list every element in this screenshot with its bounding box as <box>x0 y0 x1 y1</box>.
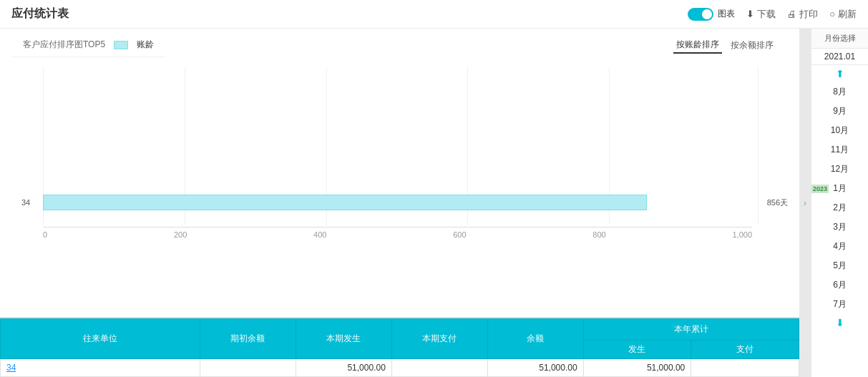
nav-up-button[interactable]: ⬆ <box>811 65 868 82</box>
sidebar-header: 月份选择 <box>811 29 868 49</box>
month-item-11[interactable]: 11月 <box>811 140 868 160</box>
table-row: 34 51,000.00 51,000.00 51,000.00 <box>1 359 799 377</box>
chart-area: 34 856天 0 200 400 600 800 1,000 <box>0 60 799 317</box>
x-tick-400: 400 <box>313 230 326 239</box>
month-item-6[interactable]: 6月 <box>811 275 868 295</box>
sort-by-balance-button[interactable]: 按余额排序 <box>728 38 776 53</box>
occurrence-cell: 51,000.00 <box>296 359 391 377</box>
refresh-icon: ○ <box>829 9 835 19</box>
unit-link[interactable]: 34 <box>6 363 16 373</box>
bar-end-label: 856天 <box>767 197 788 208</box>
print-button[interactable]: 🖨 打印 <box>787 8 818 21</box>
bar-chart: 34 856天 0 200 400 600 800 1,000 <box>43 67 788 239</box>
month-item-5[interactable]: 5月 <box>811 256 868 275</box>
chart-label: 图表 <box>718 8 735 20</box>
col-opening-header: 期初余额 <box>200 319 296 359</box>
page-title: 应付统计表 <box>11 6 69 21</box>
chevron-down-icon: ⬇ <box>836 317 844 328</box>
x-tick-800: 800 <box>593 230 605 239</box>
col-ytd-payment-header: 支付 <box>691 341 799 359</box>
data-table: 往来单位 期初余额 本期发生 本期支付 余额 本年累计 发生 支付 <box>0 318 799 377</box>
chevron-right-icon: › <box>804 198 806 208</box>
download-button[interactable]: ⬇ 下载 <box>746 8 776 21</box>
refresh-button[interactable]: ○ 刷新 <box>829 8 857 21</box>
download-label: 下载 <box>757 8 776 21</box>
month-item-3[interactable]: 3月 <box>811 217 868 237</box>
month-item-8[interactable]: 8月 <box>811 82 868 102</box>
toggle-thumb <box>702 9 712 19</box>
col-payment-header: 本期支付 <box>391 319 487 359</box>
year-input[interactable] <box>811 49 868 65</box>
chevron-up-icon: ⬆ <box>836 68 844 79</box>
bar-y-label: 34 <box>21 198 30 207</box>
opening-balance-cell <box>200 359 296 377</box>
col-balance-header: 余额 <box>487 319 583 359</box>
table-header: 往来单位 期初余额 本期发生 本期支付 余额 本年累计 <box>1 319 799 341</box>
header-actions: 图表 ⬇ 下载 🖨 打印 ○ 刷新 <box>688 8 857 21</box>
legend-color-label: 账龄 <box>137 39 154 51</box>
download-icon: ⬇ <box>746 9 754 19</box>
month-item-4[interactable]: 4月 <box>811 237 868 256</box>
table-section: 往来单位 期初余额 本期发生 本期支付 余额 本年累计 发生 支付 <box>0 317 799 377</box>
ytd-occurrence-cell: 51,000.00 <box>583 359 691 377</box>
print-icon: 🖨 <box>787 9 796 19</box>
x-tick-200: 200 <box>174 230 187 239</box>
col-ytd-occurrence-header: 发生 <box>583 341 691 359</box>
month-item-10[interactable]: 10月 <box>811 121 868 140</box>
chart-legend: 客户应付排序图TOP5 账龄 <box>11 33 165 57</box>
col-occurrence-header: 本期发生 <box>296 319 391 359</box>
month-selector-sidebar: 月份选择 ⬆ 8月 9月 10月 11月 12月 2023 1月 2月 3月 4… <box>811 29 868 377</box>
legend-color <box>114 41 128 49</box>
x-tick-1000: 1,000 <box>732 230 752 239</box>
col-ytd-header: 本年累计 <box>583 319 799 341</box>
month-item-2[interactable]: 2月 <box>811 198 868 217</box>
sidebar-toggle-button[interactable]: › <box>799 29 811 377</box>
print-label: 打印 <box>799 8 818 21</box>
refresh-label: 刷新 <box>838 8 857 21</box>
year-marker: 2023 <box>811 185 829 193</box>
month-item-1[interactable]: 2023 1月 <box>811 179 868 198</box>
unit-cell: 34 <box>1 359 200 377</box>
x-tick-600: 600 <box>453 230 466 239</box>
legend-title: 客户应付排序图TOP5 <box>23 39 105 51</box>
balance-cell: 51,000.00 <box>487 359 583 377</box>
toggle-track[interactable] <box>688 8 713 21</box>
month-item-9[interactable]: 9月 <box>811 102 868 121</box>
ytd-payment-cell <box>691 359 799 377</box>
col-unit-header: 往来单位 <box>1 319 200 359</box>
month-item-12[interactable]: 12月 <box>811 160 868 179</box>
nav-down-button[interactable]: ⬇ <box>811 314 868 331</box>
payment-cell <box>391 359 487 377</box>
sort-by-amount-button[interactable]: 按账龄排序 <box>673 37 722 54</box>
month-item-7[interactable]: 7月 <box>811 295 868 314</box>
chart-toggle[interactable]: 图表 <box>688 8 735 21</box>
sort-buttons: 按账龄排序 按余额排序 <box>662 37 788 54</box>
x-tick-0: 0 <box>43 230 47 239</box>
